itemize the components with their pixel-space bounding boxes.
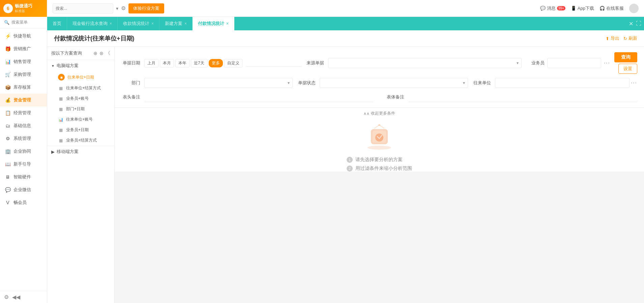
- this-year-btn[interactable]: 本年: [175, 59, 189, 67]
- refresh-action[interactable]: ↻ 刷新: [623, 35, 637, 41]
- app-download-label: App下载: [578, 5, 594, 11]
- collapse-bar[interactable]: ∧∧ 收起更多条件: [115, 108, 644, 119]
- scheme-add-btn[interactable]: ⊕: [93, 51, 97, 56]
- scheme-item-dept-date[interactable]: ▦ 部门+日期: [47, 104, 114, 114]
- header-gear-icon[interactable]: ⚙: [121, 5, 126, 11]
- last-month-btn[interactable]: 上月: [144, 59, 158, 67]
- custom-date-btn[interactable]: 自定义: [224, 59, 242, 67]
- scheme-icon-salesman-account: ▦: [58, 96, 63, 101]
- receipt-stats-tab-close[interactable]: ×: [151, 21, 154, 26]
- salesman-dots[interactable]: ···: [604, 60, 610, 66]
- search-icon: 🔍: [4, 20, 9, 25]
- table-header-note-input[interactable]: [144, 92, 373, 102]
- tab-bar-right: ✕ ⛶: [626, 17, 644, 30]
- user-avatar[interactable]: [629, 4, 639, 13]
- scheme-item-partner-account[interactable]: 📊 往来单位+账号: [47, 114, 114, 125]
- refresh-icon: ↻: [623, 36, 627, 41]
- scheme-item-salesman-settle[interactable]: ▦ 业务员+结算方式: [47, 135, 114, 146]
- scheme-collapse-btn[interactable]: 《: [106, 50, 110, 56]
- purchase-label: 采购管理: [13, 71, 31, 78]
- tab-new-scheme[interactable]: 新建方案 ×: [159, 17, 193, 30]
- scheme-group-desktop-title[interactable]: ▼ 电脑端方案: [47, 60, 114, 71]
- hardware-label: 智能硬件: [13, 174, 31, 180]
- bill-status-label: 单据状态: [297, 80, 316, 86]
- tab-payment-stats[interactable]: 付款情况统计 ×: [193, 17, 234, 30]
- scheme-item-salesman-date[interactable]: ▦ 业务员+日期: [47, 125, 114, 135]
- sidebar-item-sales[interactable]: 📊 销售管理: [0, 55, 47, 68]
- receipt-stats-tab-label: 收款情况统计: [123, 21, 149, 27]
- sidebar-item-hardware[interactable]: 🖥 智能硬件: [0, 171, 47, 183]
- export-action[interactable]: ⬆ 导出: [606, 35, 619, 41]
- top-search-input[interactable]: [53, 3, 113, 13]
- notifications-badge: 99+: [557, 6, 565, 10]
- table-body-note-input[interactable]: [408, 92, 637, 102]
- sidebar-logo: 6 畅捷通巧 标准版: [0, 0, 47, 17]
- scheme-settings-btn[interactable]: ⊛: [99, 51, 104, 56]
- collapse-sidebar-icon[interactable]: ◀◀: [12, 294, 20, 300]
- tip-num-1: 1: [347, 157, 353, 163]
- scheme-group-mobile-title[interactable]: ▶ 移动端方案: [47, 146, 114, 157]
- app-download[interactable]: 📱 App下载: [571, 5, 594, 11]
- partner-dots[interactable]: ···: [631, 80, 637, 86]
- payment-stats-tab-close[interactable]: ×: [226, 21, 229, 26]
- page-header-actions: ⬆ 导出 ↻ 刷新: [606, 35, 637, 41]
- tab-close-all-icon[interactable]: ✕: [629, 21, 633, 27]
- partner-select[interactable]: [495, 78, 630, 88]
- sidebar-item-wechat[interactable]: 💬 企业微信: [0, 183, 47, 196]
- export-icon: ⬆: [606, 36, 609, 41]
- quick-nav-label: 快捷导航: [13, 33, 31, 39]
- sidebar-item-enterprise[interactable]: 🏢 企业协同: [0, 145, 47, 158]
- tab-bank-flow[interactable]: 现金银行流水查询 ×: [67, 17, 118, 30]
- sidebar-item-guide[interactable]: 📖 新手引导: [0, 158, 47, 171]
- logo-text: 畅捷通巧 标准版: [15, 3, 32, 13]
- sidebar-item-marketing[interactable]: 🎁 营销推广: [0, 42, 47, 55]
- this-month-btn[interactable]: 本月: [160, 59, 174, 67]
- last-7-days-btn[interactable]: 近7天: [191, 59, 207, 67]
- sidebar-item-basic[interactable]: 🗂 基础信息: [0, 119, 47, 132]
- tab-maximize-icon[interactable]: ⛶: [636, 21, 641, 27]
- sidebar-item-quick-nav[interactable]: ⚡ 快捷导航: [0, 30, 47, 42]
- date-range-input[interactable]: 2022-01-01 至 2022-12-31: [246, 60, 301, 67]
- filter-row-2: 部门 ▾ 单据状态 ▾ 往来单位: [121, 78, 637, 88]
- sidebar-item-finance[interactable]: 💰 资金管理: [0, 94, 47, 107]
- salesman-select[interactable]: [547, 58, 601, 68]
- sidebar-item-inventory[interactable]: 📦 库存核算: [0, 81, 47, 94]
- sidebar-search[interactable]: 🔍 搜索菜单: [0, 17, 47, 28]
- settings-btn[interactable]: 设置: [618, 64, 637, 74]
- notifications[interactable]: 💬 消息 99+: [540, 5, 565, 11]
- scheme-item-salesman-account[interactable]: ▦ 业务员+账号: [47, 93, 114, 104]
- scheme-item-salesman-date-label: 业务员+日期: [66, 127, 89, 133]
- scheme-item-partner-settle[interactable]: ▦ 往来单位+结算方式: [47, 83, 114, 93]
- experience-btn[interactable]: 体验行业方案: [128, 3, 164, 13]
- scheme-icon-dept-date: ▦: [58, 107, 63, 112]
- top-header-left: ▾ ⚙ 体验行业方案: [53, 3, 537, 13]
- scheme-sidebar-header: 按以下方案查询 ⊕ ⊛ 《: [47, 47, 114, 60]
- dept-select[interactable]: ▾: [144, 78, 293, 88]
- tab-home[interactable]: 首页: [47, 17, 67, 30]
- collapse-up-icon: ∧∧: [363, 111, 370, 116]
- scheme-item-partner-settle-label: 往来单位+结算方式: [66, 85, 101, 91]
- sidebar-item-system[interactable]: ⚙ 系统管理: [0, 132, 47, 145]
- sidebar-item-operation[interactable]: 📋 经营管理: [0, 107, 47, 119]
- tab-receipt-stats[interactable]: 收款情况统计 ×: [118, 17, 159, 30]
- dropdown-arrow-icon[interactable]: ▾: [116, 6, 118, 11]
- content-area: 付款情况统计(往来单位+日期) ⬆ 导出 ↻ 刷新 按以下方案查询 ⊕: [47, 30, 644, 303]
- bank-flow-tab-close[interactable]: ×: [110, 21, 112, 26]
- svg-point-0: [368, 146, 391, 150]
- settings-footer-icon[interactable]: ⚙: [4, 294, 9, 300]
- new-scheme-tab-close[interactable]: ×: [184, 21, 187, 26]
- scheme-active-icon: ◉: [58, 74, 65, 81]
- more-dates-btn[interactable]: 更多: [209, 59, 223, 67]
- query-btn[interactable]: 查询: [614, 52, 637, 62]
- tip-text-1: 请先选择要分析的方案: [355, 157, 403, 163]
- sidebar-item-member[interactable]: V 畅会员: [0, 196, 47, 209]
- source-bill-select[interactable]: ▾: [328, 58, 522, 68]
- tab-bar: 首页 现金银行流水查询 × 收款情况统计 × 新建方案 × 付款情况统计 × ✕…: [47, 17, 644, 30]
- bill-status-select[interactable]: ▾: [320, 78, 468, 88]
- finance-icon: 💰: [5, 97, 11, 103]
- home-tab-label: 首页: [53, 21, 61, 27]
- online-service[interactable]: 🎧 在线客服: [599, 5, 624, 11]
- sidebar-item-purchase[interactable]: 🛒 采购管理: [0, 68, 47, 81]
- scheme-item-partner-date[interactable]: ◉ 往来单位+日期: [47, 71, 114, 83]
- empty-tip-2: 2 用过滤条件来缩小分析范围: [347, 165, 412, 172]
